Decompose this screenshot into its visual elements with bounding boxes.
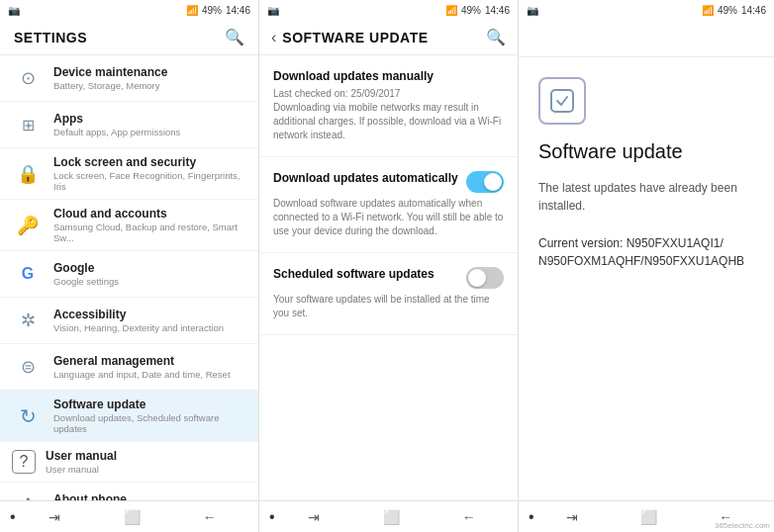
scheduled-updates-option[interactable]: Scheduled software updates Your software… [259, 253, 518, 335]
battery-2: 49% [461, 5, 481, 16]
download-automatically-option[interactable]: Download updates automatically Download … [259, 157, 518, 253]
general-text: General management Language and input, D… [53, 354, 231, 380]
download-automatically-header: Download updates automatically [273, 171, 504, 193]
cloud-subtitle: Samsung Cloud, Backup and restore, Smart… [53, 222, 246, 243]
software-update-search[interactable]: 🔍 [486, 28, 506, 46]
apps-icon: ⊞ [12, 109, 44, 140]
battery-3: 49% [718, 5, 737, 16]
status-right-3: 📶 49% 14:46 [702, 5, 766, 16]
lock-screen-text: Lock screen and security Lock screen, Fa… [53, 155, 246, 192]
back-button[interactable]: ‹ [271, 29, 276, 46]
apps-text: Apps Default apps, App permissions [53, 112, 180, 137]
download-manually-header: Download updates manually [273, 69, 504, 83]
user-manual-title: User manual [46, 449, 117, 463]
apps-subtitle: Default apps, App permissions [53, 127, 180, 137]
time-2: 14:46 [485, 5, 510, 16]
download-automatically-desc: Download software updates automatically … [273, 197, 504, 238]
watermark: 365electric.com [715, 521, 770, 530]
software-update-header: ‹ SOFTWARE UPDATE 🔍 [259, 20, 518, 55]
version-text: Current version: N950FXXU1AQI1/ N950FOXM… [538, 236, 744, 268]
accessibility-title: Accessibility [53, 308, 224, 321]
download-manually-desc: Last checked on: 25/09/2017Downloading v… [273, 87, 504, 142]
status-left-2: 📷 [267, 5, 279, 16]
scheduled-toggle[interactable] [466, 267, 504, 289]
cloud-icon: 🔑 [12, 210, 44, 241]
nav-recent-1[interactable]: ⇥ [16, 509, 93, 525]
user-manual-text: User manual User manual [46, 449, 117, 475]
bottom-nav-2: • ⇥ ⬜ ← [259, 500, 518, 532]
apps-title: Apps [53, 112, 180, 126]
download-auto-toggle[interactable] [466, 171, 504, 193]
settings-header: SETTINGS 🔍 [0, 20, 258, 55]
toggle-knob-auto [484, 173, 502, 191]
user-manual-icon: ? [12, 450, 36, 474]
settings-item-about[interactable]: ℹ About phone Status, Legal information,… [0, 483, 258, 500]
settings-item-google[interactable]: G Google Google settings [0, 251, 258, 298]
status-right-2: 📶 49% 14:46 [445, 5, 510, 16]
camera-icon-3: 📷 [527, 5, 538, 16]
google-text: Google Google settings [53, 261, 119, 287]
scheduled-updates-header: Scheduled software updates [273, 267, 504, 289]
about-text: About phone Status, Legal information, D… [53, 492, 218, 500]
nav-home-2[interactable]: ⬜ [352, 509, 430, 525]
accessibility-text: Accessibility Vision, Hearing, Dexterity… [53, 308, 224, 333]
scheduled-updates-desc: Your software updates will be installed … [273, 293, 504, 320]
accessibility-icon: ✲ [12, 305, 44, 336]
update-version: Current version: N950FXXU1AQI1/ N950FOXM… [538, 234, 754, 270]
signal-icon-2: 📶 [445, 5, 457, 16]
nav-back-1[interactable]: ← [171, 509, 248, 525]
nav-home-3[interactable]: ⬜ [611, 509, 687, 525]
settings-item-device-maintenance[interactable]: ⊙ Device maintenance Battery, Storage, M… [0, 55, 258, 102]
nav-back-2[interactable]: ← [431, 509, 508, 525]
update-result-icon [538, 77, 586, 125]
battery-1: 49% [202, 5, 222, 16]
camera-icon-2: 📷 [267, 5, 279, 16]
bottom-nav-1: • ⇥ ⬜ ← [0, 500, 258, 532]
software-update-title: Software update [53, 398, 246, 411]
signal-icon-1: 📶 [186, 5, 198, 16]
lock-screen-subtitle: Lock screen, Face Recognition, Fingerpri… [53, 170, 246, 192]
software-update-subtitle: Download updates, Scheduled software upd… [53, 412, 246, 434]
camera-icon-1: 📷 [8, 5, 20, 16]
device-maintenance-subtitle: Battery, Storage, Memory [53, 80, 167, 91]
cloud-text: Cloud and accounts Samsung Cloud, Backup… [53, 207, 246, 243]
update-result-title: Software update [538, 140, 683, 163]
device-maintenance-icon: ⊙ [12, 62, 44, 94]
status-left-1: 📷 [8, 5, 20, 16]
bottom-nav-3: • ⇥ ⬜ ← 365electric.com [519, 500, 774, 532]
status-bar-1: 📷 📶 49% 14:46 [0, 0, 258, 20]
google-icon: G [12, 258, 44, 290]
settings-item-lock-screen[interactable]: 🔒 Lock screen and security Lock screen, … [0, 148, 258, 200]
settings-item-user-manual[interactable]: ? User manual User manual [0, 442, 258, 483]
software-update-icon: ↻ [12, 400, 44, 432]
lock-screen-icon: 🔒 [12, 158, 44, 190]
download-automatically-title: Download updates automatically [273, 171, 458, 185]
nav-home-1[interactable]: ⬜ [93, 509, 170, 525]
general-title: General management [53, 354, 231, 368]
update-svg-icon [548, 87, 576, 115]
settings-item-apps[interactable]: ⊞ Apps Default apps, App permissions [0, 102, 258, 148]
software-update-panel: 📷 📶 49% 14:46 ‹ SOFTWARE UPDATE 🔍 Downlo… [259, 0, 519, 532]
software-update-text: Software update Download updates, Schedu… [53, 398, 246, 434]
nav-recent-2[interactable]: ⇥ [275, 509, 352, 525]
nav-recent-3[interactable]: ⇥ [534, 509, 611, 525]
download-manually-title: Download updates manually [273, 69, 496, 83]
update-result-panel: 📷 📶 49% 14:46 Software update The latest… [519, 0, 774, 532]
settings-item-general[interactable]: ⊜ General management Language and input,… [0, 344, 258, 391]
status-left-3: 📷 [527, 5, 538, 16]
settings-item-cloud[interactable]: 🔑 Cloud and accounts Samsung Cloud, Back… [0, 200, 258, 251]
settings-item-accessibility[interactable]: ✲ Accessibility Vision, Hearing, Dexteri… [0, 298, 258, 344]
settings-list: ⊙ Device maintenance Battery, Storage, M… [0, 55, 258, 500]
settings-item-software-update[interactable]: ↻ Software update Download updates, Sche… [0, 391, 258, 442]
svg-rect-0 [551, 90, 573, 112]
status-bar-3: 📷 📶 49% 14:46 [519, 0, 774, 20]
download-manually-option[interactable]: Download updates manually Last checked o… [259, 55, 518, 157]
update-options-list: Download updates manually Last checked o… [259, 55, 518, 500]
settings-search-button[interactable]: 🔍 [225, 28, 244, 46]
user-manual-subtitle: User manual [46, 464, 117, 475]
settings-title: SETTINGS [14, 30, 87, 45]
google-subtitle: Google settings [53, 276, 119, 287]
time-1: 14:46 [226, 5, 250, 16]
general-icon: ⊜ [12, 351, 44, 383]
general-subtitle: Language and input, Date and time, Reset [53, 369, 231, 380]
